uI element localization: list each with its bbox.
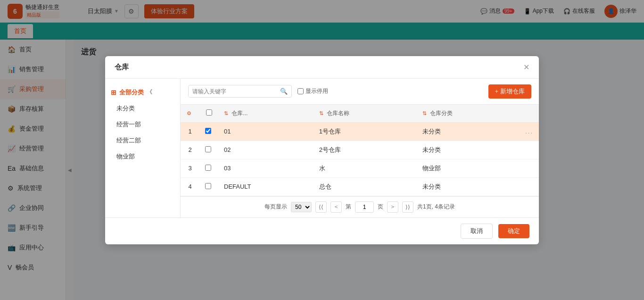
- first-page-button[interactable]: ⟨⟨: [315, 201, 327, 213]
- row-more[interactable]: ...: [520, 122, 539, 141]
- row-name: 水: [314, 159, 417, 177]
- th-checkbox: [199, 105, 218, 123]
- warehouse-modal: 仓库 ✕ ⊞ 全部分类 《 未分类 经营一部 经营二部 物业部: [105, 56, 539, 244]
- row-code: 02: [218, 141, 314, 159]
- modal-title: 仓库: [115, 63, 129, 72]
- modal-header: 仓库 ✕: [105, 56, 539, 79]
- last-page-button[interactable]: ⟩⟩: [402, 201, 413, 213]
- th-name[interactable]: ⇅ 仓库名称: [314, 105, 417, 123]
- per-page-label: 每页显示: [264, 203, 287, 211]
- modal-toolbar: 🔍 显示停用 + 新增仓库: [181, 79, 539, 105]
- th-category[interactable]: ⇅ 仓库分类: [417, 105, 520, 123]
- row-name: 1号仓库: [314, 122, 417, 141]
- modal-sidebar-all[interactable]: ⊞ 全部分类 《: [105, 84, 180, 100]
- row-more[interactable]: [520, 177, 539, 196]
- gear-th-icon: ⚙: [187, 110, 191, 116]
- row-code: 03: [218, 159, 314, 177]
- more-actions-button[interactable]: ...: [525, 128, 533, 135]
- prev-page-button[interactable]: ＜: [330, 201, 342, 213]
- add-warehouse-button[interactable]: + 新增仓库: [488, 84, 531, 99]
- sort-icon-category: ⇅: [422, 110, 427, 116]
- warehouse-table: ⚙ ⇅ 仓库... ⇅: [181, 105, 539, 196]
- table-row[interactable]: 1 01 1号仓库 未分类 ...: [181, 122, 539, 141]
- modal-close-button[interactable]: ✕: [523, 63, 529, 72]
- sort-icon-name: ⇅: [319, 110, 323, 116]
- search-box[interactable]: 🔍: [188, 85, 292, 98]
- modal-sidebar-item-property[interactable]: 物业部: [105, 149, 180, 165]
- th-gear[interactable]: ⚙: [181, 105, 199, 123]
- row-code: DEFAULT: [218, 177, 314, 196]
- confirm-button[interactable]: 确定: [498, 224, 529, 238]
- pagination: 每页显示 50 ⟨⟨ ＜ 第 页 ＞ ⟩⟩ 共1页, 4条记录: [181, 196, 539, 217]
- row-num: 4: [181, 177, 199, 196]
- collapse-icon[interactable]: 《: [147, 88, 152, 96]
- grid-icon: ⊞: [111, 89, 116, 96]
- row-checkbox[interactable]: [205, 165, 211, 171]
- sort-icon-code: ⇅: [224, 110, 228, 116]
- per-page-select[interactable]: 50: [291, 202, 312, 212]
- modal-overlay: 仓库 ✕ ⊞ 全部分类 《 未分类 经营一部 经营二部 物业部: [0, 0, 644, 300]
- row-category: 未分类: [417, 122, 520, 141]
- row-checkbox-cell: [199, 159, 218, 177]
- row-code: 01: [218, 122, 314, 141]
- show-disabled-label: 显示停用: [297, 87, 328, 95]
- search-input[interactable]: [189, 86, 276, 97]
- select-all-checkbox[interactable]: [206, 109, 212, 116]
- modal-sidebar-item-uncategorized[interactable]: 未分类: [105, 100, 180, 117]
- th-actions: [520, 105, 539, 123]
- row-checkbox-cell: [199, 122, 218, 141]
- row-checkbox[interactable]: [205, 146, 211, 152]
- modal-sidebar-item-dept2[interactable]: 经营二部: [105, 133, 180, 149]
- modal-footer: 取消 确定: [105, 217, 539, 244]
- row-num: 3: [181, 159, 199, 177]
- row-name: 2号仓库: [314, 141, 417, 159]
- row-checkbox[interactable]: [205, 128, 211, 134]
- row-category: 未分类: [417, 141, 520, 159]
- modal-content: 🔍 显示停用 + 新增仓库: [181, 79, 539, 217]
- page-input[interactable]: [355, 201, 374, 213]
- row-more[interactable]: [520, 159, 539, 177]
- row-category: 物业部: [417, 159, 520, 177]
- search-icon[interactable]: 🔍: [276, 85, 291, 97]
- row-more[interactable]: [520, 141, 539, 159]
- page-unit: 页: [378, 203, 383, 211]
- row-num: 1: [181, 122, 199, 141]
- modal-table-wrap: ⚙ ⇅ 仓库... ⇅: [181, 105, 539, 196]
- row-num: 2: [181, 141, 199, 159]
- modal-sidebar: ⊞ 全部分类 《 未分类 经营一部 经营二部 物业部: [105, 79, 181, 217]
- row-checkbox-cell: [199, 141, 218, 159]
- table-row[interactable]: 2 02 2号仓库 未分类: [181, 141, 539, 159]
- modal-sidebar-item-dept1[interactable]: 经营一部: [105, 117, 180, 133]
- row-name: 总仓: [314, 177, 417, 196]
- cancel-button[interactable]: 取消: [461, 224, 493, 239]
- row-checkbox[interactable]: [205, 183, 211, 189]
- next-page-button[interactable]: ＞: [387, 201, 398, 213]
- table-row[interactable]: 3 03 水 物业部: [181, 159, 539, 177]
- page-label: 第: [346, 203, 351, 211]
- modal-body: ⊞ 全部分类 《 未分类 经营一部 经营二部 物业部 🔍: [105, 79, 539, 217]
- table-row[interactable]: 4 DEFAULT 总仓 未分类: [181, 177, 539, 196]
- show-disabled-checkbox[interactable]: [297, 88, 304, 94]
- th-code[interactable]: ⇅ 仓库...: [218, 105, 314, 123]
- row-checkbox-cell: [199, 177, 218, 196]
- total-label: 共1页, 4条记录: [417, 203, 455, 211]
- row-category: 未分类: [417, 177, 520, 196]
